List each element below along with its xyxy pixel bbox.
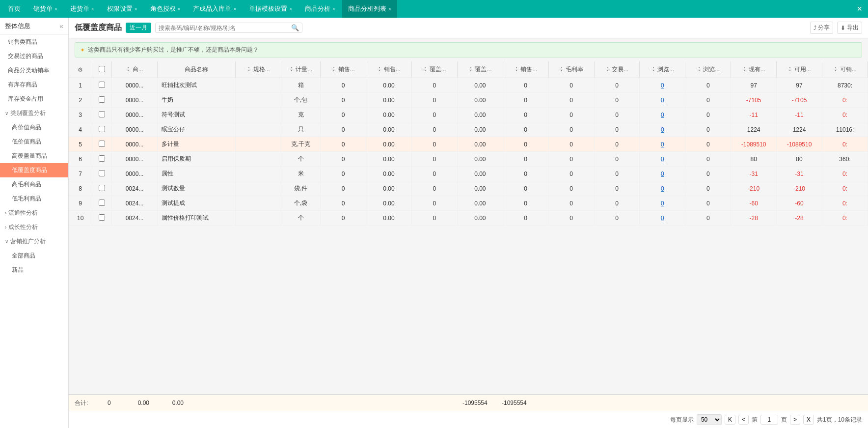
col-header-browse1[interactable]: ≑ 浏览... xyxy=(640,61,685,78)
col-header-code[interactable]: ≑ 商... xyxy=(112,61,158,78)
col-header-coverage-rate[interactable]: ≑ 覆盖... xyxy=(457,61,503,78)
sidebar-section-liquidity[interactable]: › 流通性分析 xyxy=(0,206,68,220)
row-browse1[interactable]: 0 xyxy=(640,152,685,167)
nav-tab-permissions[interactable]: 权限设置 × xyxy=(101,0,143,18)
row-browse1[interactable]: 0 xyxy=(640,122,685,137)
sidebar-item-low-coverage[interactable]: 低覆盖度商品 xyxy=(0,163,68,177)
sidebar-section-growth[interactable]: › 成长性分析 xyxy=(0,220,68,234)
close-all-tabs[interactable]: × xyxy=(853,4,866,14)
col-header-trans[interactable]: ≑ 交易... xyxy=(594,61,640,78)
close-tab-production[interactable]: × xyxy=(233,6,236,12)
col-header-spec[interactable]: ≑ 规格... xyxy=(236,61,281,78)
sidebar-item-category-rate[interactable]: 商品分类动销率 xyxy=(0,63,68,78)
row-browse1[interactable]: 0 xyxy=(640,167,685,181)
first-page-button[interactable]: K xyxy=(725,415,735,425)
search-box: 🔍 xyxy=(155,23,302,33)
pagination-bar: 每页显示 10 20 50 100 K < 第 页 > X 共1页，10条记录 xyxy=(69,411,868,428)
row-check[interactable] xyxy=(92,196,112,211)
close-tab-sales[interactable]: × xyxy=(54,6,57,12)
nav-tab-roles[interactable]: 角色授权 × xyxy=(144,0,187,18)
search-icon[interactable]: 🔍 xyxy=(291,24,299,31)
row-coverage-num: 0 xyxy=(411,152,457,167)
row-check[interactable] xyxy=(92,122,112,137)
nav-tab-sales[interactable]: 销货单 × xyxy=(27,0,63,18)
row-browse1[interactable]: 0 xyxy=(640,78,685,93)
close-tab-roles[interactable]: × xyxy=(178,6,181,12)
nav-tab-analysis-list[interactable]: 商品分析列表 × xyxy=(342,0,397,18)
col-header-available[interactable]: ≑ 可用... xyxy=(777,61,822,78)
close-tab-purchase[interactable]: × xyxy=(91,6,94,12)
col-header-sales-qty[interactable]: ≑ 销售... xyxy=(321,61,366,78)
row-browse1[interactable]: 0 xyxy=(640,196,685,211)
row-num: 7 xyxy=(69,167,92,181)
row-code: 0000... xyxy=(112,78,158,93)
sidebar-item-all-goods[interactable]: 全部商品 xyxy=(0,249,68,263)
row-check[interactable] xyxy=(92,93,112,108)
page-size-select[interactable]: 10 20 50 100 xyxy=(697,414,722,425)
row-browse1[interactable]: 0 xyxy=(640,137,685,152)
time-filter-button[interactable]: 近一月 xyxy=(126,23,151,33)
row-num: 3 xyxy=(69,108,92,122)
table-wrapper[interactable]: ⚙ ≑ 商... 商品名称 ≑ 规格... xyxy=(69,61,868,394)
row-check[interactable] xyxy=(92,211,112,226)
row-check[interactable] xyxy=(92,108,112,122)
last-page-button[interactable]: X xyxy=(803,415,814,425)
row-code: 0024... xyxy=(112,181,158,196)
nav-tab-template[interactable]: 单据模板设置 × xyxy=(243,0,298,18)
total-available: -1095554 xyxy=(494,399,534,406)
sidebar-item-high-value[interactable]: 高价值商品 xyxy=(0,120,68,135)
sidebar-collapse-btn[interactable]: « xyxy=(59,22,63,30)
page-number-input[interactable] xyxy=(760,415,778,425)
row-browse1[interactable]: 0 xyxy=(640,93,685,108)
row-gross-rate: 0 xyxy=(548,196,594,211)
next-page-button[interactable]: > xyxy=(790,415,800,425)
row-check[interactable] xyxy=(92,78,112,93)
col-header-current-stock[interactable]: ≑ 现有... xyxy=(731,61,777,78)
sidebar-item-high-profit[interactable]: 高毛利商品 xyxy=(0,177,68,192)
search-input[interactable] xyxy=(159,25,291,31)
sidebar-section-marketing[interactable]: ∨ 营销推广分析 xyxy=(0,234,68,249)
sidebar-item-traded-goods[interactable]: 交易过的商品 xyxy=(0,49,68,63)
export-button[interactable]: ⬇ 导出 xyxy=(837,22,862,34)
sidebar-item-new-goods[interactable]: 新品 xyxy=(0,263,68,277)
info-banner: ✦ 这类商品只有很少客户购买过，是推广不够，还是商品本身问题？ xyxy=(75,42,862,57)
sidebar-section-coverage[interactable]: ∨ 类别覆盖分析 xyxy=(0,106,68,120)
row-check[interactable] xyxy=(92,137,112,152)
col-header-name[interactable]: 商品名称 xyxy=(157,61,235,78)
nav-tab-purchase[interactable]: 进货单 × xyxy=(64,0,100,18)
row-browse1[interactable]: 0 xyxy=(640,181,685,196)
close-tab-permissions[interactable]: × xyxy=(135,6,137,12)
nav-tab-production[interactable]: 产成品入库单 × xyxy=(187,0,242,18)
row-name: 测试提成 xyxy=(157,196,235,211)
sidebar-item-high-coverage[interactable]: 高覆盖量商品 xyxy=(0,149,68,163)
col-header-sellable[interactable]: ≑ 可销... xyxy=(822,61,868,78)
sidebar-item-stock-capital[interactable]: 库存资金占用 xyxy=(0,92,68,106)
row-check[interactable] xyxy=(92,167,112,181)
sidebar-item-in-stock[interactable]: 有库存商品 xyxy=(0,78,68,92)
col-header-coverage-num[interactable]: ≑ 覆盖... xyxy=(411,61,457,78)
row-check[interactable] xyxy=(92,181,112,196)
col-header-gross-rate[interactable]: ≑ 毛利率 xyxy=(548,61,594,78)
nav-tab-analysis[interactable]: 商品分析 × xyxy=(299,0,341,18)
share-button[interactable]: ⤴ 分享 xyxy=(810,22,833,34)
row-check[interactable] xyxy=(92,152,112,167)
select-all-checkbox[interactable] xyxy=(99,66,105,72)
close-tab-analysis[interactable]: × xyxy=(332,6,335,12)
header-actions: ⤴ 分享 ⬇ 导出 xyxy=(810,22,862,34)
table-row: 5 0000... 多计量 克,千克 0 0.00 0 0.00 0 0 0 0… xyxy=(69,137,868,152)
col-header-sales-amt[interactable]: ≑ 销售... xyxy=(366,61,412,78)
row-browse2: 0 xyxy=(685,181,731,196)
sidebar-item-low-value[interactable]: 低价值商品 xyxy=(0,135,68,149)
row-browse1[interactable]: 0 xyxy=(640,211,685,226)
col-header-sales3[interactable]: ≑ 销售... xyxy=(503,61,548,78)
sidebar-item-sales-goods[interactable]: 销售类商品 xyxy=(0,35,68,49)
col-header-unit[interactable]: ≑ 计量... xyxy=(281,61,321,78)
row-browse1[interactable]: 0 xyxy=(640,108,685,122)
prev-page-button[interactable]: < xyxy=(738,415,749,425)
col-header-browse2[interactable]: ≑ 浏览... xyxy=(685,61,731,78)
nav-tab-home[interactable]: 首页 xyxy=(2,0,27,18)
sidebar-item-low-profit[interactable]: 低毛利商品 xyxy=(0,192,68,206)
close-tab-template[interactable]: × xyxy=(289,6,292,12)
gear-icon[interactable]: ⚙ xyxy=(78,66,83,73)
close-tab-analysis-list[interactable]: × xyxy=(388,6,391,12)
